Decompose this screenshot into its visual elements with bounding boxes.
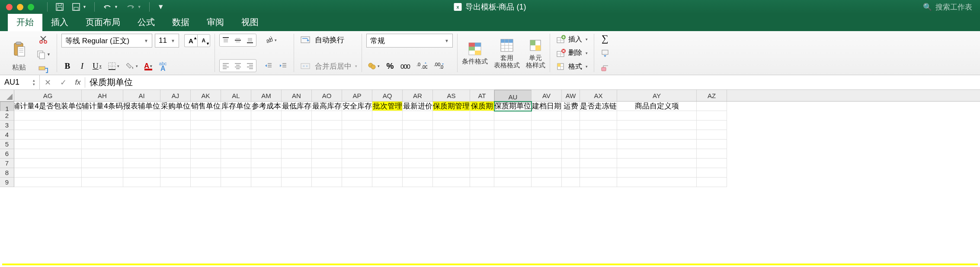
comma-button[interactable]: 000 (399, 60, 412, 72)
cell-AW9[interactable] (562, 178, 580, 187)
cell-AU5[interactable] (494, 140, 532, 149)
cell-AG9[interactable] (14, 178, 82, 187)
cell-AL2[interactable] (221, 111, 251, 121)
cell-AX9[interactable] (580, 178, 617, 187)
cell-AJ5[interactable] (160, 140, 191, 149)
cell-AV1[interactable]: 建档日期 (532, 102, 562, 111)
spreadsheet-grid[interactable]: AGAHAIAJAKALAMANAOAPAQARASATAUAVAWAXAYAZ… (0, 90, 980, 187)
cell-AM7[interactable] (251, 159, 282, 168)
cell-AL4[interactable] (221, 130, 251, 140)
tab-公式[interactable]: 公式 (129, 13, 163, 31)
cell-AN1[interactable]: 最低库存 (282, 102, 312, 111)
col-header-AR[interactable]: AR (403, 90, 433, 101)
close-window-button[interactable] (6, 4, 13, 10)
cell-AI1[interactable]: 报表辅单位 (123, 102, 160, 111)
save-icon[interactable]: ▼ (72, 3, 86, 11)
align-left-button[interactable] (220, 60, 232, 72)
row-header-2[interactable]: 2 (0, 111, 14, 121)
cell-AU8[interactable] (494, 168, 532, 178)
col-header-AV[interactable]: AV (532, 90, 562, 101)
cell-AX8[interactable] (580, 168, 617, 178)
col-header-AP[interactable]: AP (342, 90, 372, 101)
cell-AJ6[interactable] (160, 149, 191, 159)
cell-AJ8[interactable] (160, 168, 191, 178)
cell-AU3[interactable] (494, 121, 532, 130)
cell-AP4[interactable] (342, 130, 372, 140)
col-header-AX[interactable]: AX (580, 90, 617, 101)
cell-AZ8[interactable] (697, 168, 727, 178)
col-header-AW[interactable]: AW (562, 90, 580, 101)
align-right-button[interactable] (244, 60, 256, 72)
col-header-AQ[interactable]: AQ (372, 90, 403, 101)
decrease-font-button[interactable]: A▾ (197, 34, 210, 47)
cell-AH5[interactable] (82, 140, 123, 149)
cell-styles-button[interactable]: 单元 格样式 (526, 38, 545, 69)
cell-AX5[interactable] (580, 140, 617, 149)
name-box[interactable]: AU1 ▴▾ (0, 75, 40, 89)
col-header-AH[interactable]: AH (82, 90, 123, 101)
cell-AZ6[interactable] (697, 149, 727, 159)
tab-页面布局[interactable]: 页面布局 (77, 13, 129, 31)
row-header-4[interactable]: 4 (0, 130, 14, 140)
cell-AP5[interactable] (342, 140, 372, 149)
row-header-3[interactable]: 3 (0, 121, 14, 130)
cell-AX1[interactable]: 是否走冻链 (580, 102, 617, 111)
search-box[interactable]: 🔍 搜索工作表 (923, 2, 972, 12)
row-header-5[interactable]: 5 (0, 140, 14, 149)
cell-AL5[interactable] (221, 140, 251, 149)
cell-AT7[interactable] (470, 159, 494, 168)
cell-AQ5[interactable] (372, 140, 403, 149)
cell-AM9[interactable] (251, 178, 282, 187)
cell-AJ1[interactable]: 采购单位 (160, 102, 191, 111)
cell-AY1[interactable]: 商品自定义项 (617, 102, 697, 111)
col-header-AM[interactable]: AM (251, 90, 282, 101)
tab-插入[interactable]: 插入 (42, 13, 77, 31)
cell-AJ7[interactable] (160, 159, 191, 168)
cell-AN9[interactable] (282, 178, 312, 187)
cell-AS7[interactable] (433, 159, 470, 168)
tab-审阅[interactable]: 审阅 (198, 13, 233, 31)
cell-AH7[interactable] (82, 159, 123, 168)
cell-AY4[interactable] (617, 130, 697, 140)
cell-AQ3[interactable] (372, 121, 403, 130)
bold-button[interactable]: B (61, 60, 74, 72)
cell-AK7[interactable] (191, 159, 221, 168)
cell-AZ9[interactable] (697, 178, 727, 187)
cell-AT2[interactable] (470, 111, 494, 121)
cell-AQ6[interactable] (372, 149, 403, 159)
autosave-icon[interactable] (55, 3, 64, 11)
cell-AV9[interactable] (532, 178, 562, 187)
cell-AY8[interactable] (617, 168, 697, 178)
cell-AV5[interactable] (532, 140, 562, 149)
paste-button[interactable] (8, 37, 30, 61)
cell-AO5[interactable] (312, 140, 342, 149)
cell-AT4[interactable] (470, 130, 494, 140)
cell-AR4[interactable] (403, 130, 433, 140)
cell-AR5[interactable] (403, 140, 433, 149)
cell-AM5[interactable] (251, 140, 282, 149)
fx-label[interactable]: fx (71, 78, 85, 87)
cell-AN8[interactable] (282, 168, 312, 178)
select-all-corner[interactable] (0, 90, 14, 101)
cell-AW6[interactable] (562, 149, 580, 159)
cell-AZ4[interactable] (697, 130, 727, 140)
format-cells-button[interactable]: 格式▾ (554, 61, 589, 72)
cell-AU9[interactable] (494, 178, 532, 187)
cell-AR1[interactable]: 最新进价 (403, 102, 433, 111)
cell-AP9[interactable] (342, 178, 372, 187)
redo-button[interactable]: ▼ (126, 3, 141, 10)
format-painter-button[interactable] (35, 63, 52, 75)
cell-AI7[interactable] (123, 159, 160, 168)
col-header-AS[interactable]: AS (433, 90, 470, 101)
cell-AN3[interactable] (282, 121, 312, 130)
cell-AS6[interactable] (433, 149, 470, 159)
cell-AS2[interactable] (433, 111, 470, 121)
merge-center-button[interactable] (298, 60, 312, 72)
clear-button[interactable] (599, 62, 612, 74)
cell-AR2[interactable] (403, 111, 433, 121)
cell-AL3[interactable] (221, 121, 251, 130)
cell-AV3[interactable] (532, 121, 562, 130)
cell-AJ3[interactable] (160, 121, 191, 130)
cell-AP3[interactable] (342, 121, 372, 130)
cell-AX2[interactable] (580, 111, 617, 121)
